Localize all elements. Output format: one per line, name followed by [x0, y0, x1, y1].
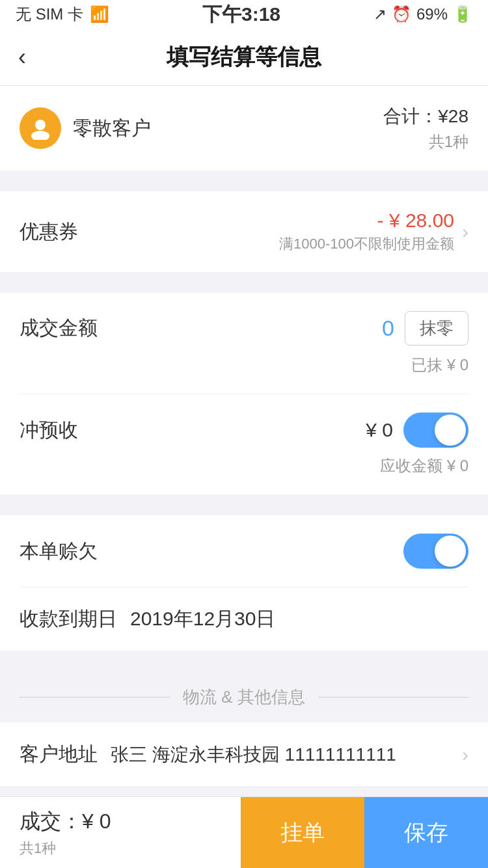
coupon-section: 优惠券 - ¥ 28.00 满1000-100不限制使用金额 ›	[0, 191, 488, 272]
coupon-right: - ¥ 28.00 满1000-100不限制使用金额 ›	[279, 210, 468, 254]
wifi-icon: 📶	[90, 5, 109, 23]
battery-icon: 🔋	[453, 5, 472, 23]
logistics-line-right	[318, 697, 468, 698]
credit-toggle[interactable]	[403, 534, 468, 569]
bottom-summary: 成交：¥ 0 共1种	[0, 797, 241, 868]
address-section: 客户地址 张三 海淀永丰科技园 11111111111 ›	[0, 723, 488, 786]
back-button[interactable]: ‹	[18, 44, 26, 71]
svg-point-0	[35, 120, 46, 130]
pending-button[interactable]: 挂单	[241, 797, 364, 868]
customer-name: 零散客户	[73, 115, 151, 142]
prepay-values: ¥ 0	[366, 419, 393, 441]
address-label: 客户地址	[20, 741, 98, 768]
logistics-label: 物流 & 其他信息	[183, 686, 305, 709]
status-left: 无 SIM 卡 📶	[16, 4, 109, 25]
bottom-deal-label: 成交：	[20, 809, 82, 833]
credit-section: 本单赊欠 收款到期日 2019年12月30日	[0, 515, 488, 651]
round-button[interactable]: 抹零	[405, 311, 468, 346]
customer-total: 合计：¥28	[383, 104, 468, 129]
address-value: 张三 海淀永丰科技园 11111111111	[111, 742, 462, 767]
status-right: ↗ ⏰ 69% 🔋	[373, 5, 472, 23]
toggle-knob	[435, 414, 466, 446]
prepay-toggle[interactable]	[403, 413, 468, 448]
credit-row: 本单赊欠	[0, 515, 488, 587]
bottom-actions: 挂单 保存	[241, 797, 488, 868]
due-date-row: 收款到期日 2019年12月30日	[0, 588, 488, 651]
address-row[interactable]: 客户地址 张三 海淀永丰科技园 11111111111 ›	[0, 723, 488, 786]
bottom-deal-value: ¥ 0	[82, 809, 111, 833]
prepay-row: 冲预收 ¥ 0 应收金额 ¥ 0	[0, 394, 488, 495]
battery-text: 69%	[416, 5, 448, 23]
address-chevron-icon: ›	[462, 744, 468, 766]
deal-amount-section: 成交金额 0 抹零 已抹 ¥ 0 冲预收 ¥ 0	[0, 293, 488, 495]
status-time: 下午3:18	[202, 1, 280, 28]
deal-amount-sub: 已抹 ¥ 0	[411, 355, 468, 375]
customer-avatar	[20, 107, 61, 149]
bottom-deal-text: 成交：¥ 0	[20, 807, 221, 836]
customer-summary: 合计：¥28 共1种	[383, 104, 468, 152]
prepay-label: 冲预收	[20, 417, 78, 444]
location-icon: ↗	[373, 5, 386, 23]
customer-row: 零散客户 合计：¥28 共1种	[0, 86, 488, 170]
section-divider-3	[0, 505, 488, 515]
bottom-count: 共1种	[20, 839, 221, 858]
prepay-sub: 应收金额 ¥ 0	[380, 455, 468, 476]
credit-label: 本单赊欠	[20, 538, 98, 565]
deal-amount-top: 成交金额 0 抹零	[20, 311, 468, 346]
customer-left: 零散客户	[20, 107, 151, 149]
section-divider-1	[0, 181, 488, 191]
section-divider-4	[0, 661, 488, 671]
coupon-info: - ¥ 28.00 满1000-100不限制使用金额	[279, 210, 454, 254]
due-date-content: 收款到期日 2019年12月30日	[20, 606, 468, 632]
bottom-bar: 成交：¥ 0 共1种 挂单 保存	[0, 796, 488, 868]
coupon-row[interactable]: 优惠券 - ¥ 28.00 满1000-100不限制使用金额 ›	[0, 191, 488, 272]
due-date-label: 收款到期日	[20, 606, 117, 632]
save-button[interactable]: 保存	[364, 797, 488, 868]
alarm-icon: ⏰	[392, 5, 411, 23]
deal-amount-label: 成交金额	[20, 315, 98, 342]
address-right: ›	[462, 744, 468, 766]
chevron-right-icon: ›	[462, 221, 468, 243]
deal-amount-value: 0	[382, 316, 394, 341]
deal-amount-row: 成交金额 0 抹零 已抹 ¥ 0	[0, 293, 488, 394]
prepay-bottom: 应收金额 ¥ 0	[20, 452, 468, 476]
nav-bar: ‹ 填写结算等信息	[0, 29, 488, 86]
no-sim-text: 无 SIM 卡	[16, 4, 83, 25]
logistics-header: 物流 & 其他信息	[0, 671, 488, 723]
due-date-value: 2019年12月30日	[130, 606, 275, 632]
content-area: 零散客户 合计：¥28 共1种 优惠券 - ¥ 28.00 满1000-100不…	[0, 86, 488, 868]
deal-amount-right: 0 抹零	[382, 311, 468, 346]
section-divider-2	[0, 282, 488, 293]
coupon-amount: - ¥ 28.00	[279, 210, 454, 232]
prepay-value: ¥ 0	[366, 419, 393, 441]
credit-toggle-knob	[435, 536, 466, 567]
status-bar: 无 SIM 卡 📶 下午3:18 ↗ ⏰ 69% 🔋	[0, 0, 488, 29]
page-title: 填写结算等信息	[167, 42, 321, 72]
coupon-desc: 满1000-100不限制使用金额	[279, 234, 454, 254]
customer-count: 共1种	[383, 131, 468, 152]
customer-section: 零散客户 合计：¥28 共1种	[0, 86, 488, 170]
deal-amount-bottom: 已抹 ¥ 0	[20, 351, 468, 375]
coupon-label: 优惠券	[20, 219, 78, 245]
logistics-line-left	[20, 697, 170, 698]
prepay-top: 冲预收 ¥ 0	[20, 413, 468, 448]
svg-point-1	[31, 131, 49, 140]
prepay-right: ¥ 0	[366, 413, 468, 448]
